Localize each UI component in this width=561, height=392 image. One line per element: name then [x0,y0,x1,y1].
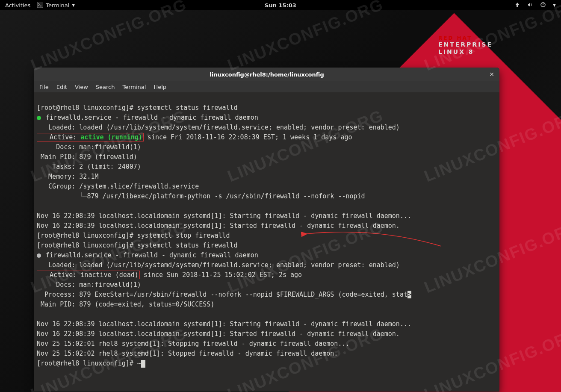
watermark: LINUXCONFIG.ORG [28,0,189,74]
cursor [141,360,145,368]
chevron-down-icon: ▼ [72,3,75,7]
log-line: Nov 16 22:08:39 localhost.localdomain sy… [37,330,400,338]
menubar: File Edit View Search Terminal Help [34,81,499,92]
close-icon[interactable]: ✕ [487,70,496,79]
menu-view[interactable]: View [75,84,88,90]
clock[interactable]: Sun 15:03 [265,2,296,9]
log-line: Nov 16 22:08:39 localhost.localdomain sy… [37,320,411,328]
cgroup-child: └─879 /usr/libexec/platform-python -s /u… [37,192,365,200]
watermark: LINUXCONFIG.ORG [225,0,386,74]
process-line: Process: 879 ExecStart=/usr/sbin/firewal… [37,291,407,298]
terminal-icon [37,2,43,9]
network-icon[interactable] [514,2,520,9]
svg-rect-0 [37,2,43,8]
status-dot-green [37,116,41,120]
truncate-indicator: > [407,291,411,298]
log-line: Nov 16 22:08:39 localhost.localdomain sy… [37,212,411,220]
menu-search[interactable]: Search [96,84,115,90]
activities-button[interactable]: Activities [5,2,30,9]
log-line: Nov 25 15:02:02 rhel8 systemd[1]: Stoppe… [37,350,338,357]
status-dot-dead [37,253,41,258]
menu-help[interactable]: Help [154,84,166,90]
terminal-body[interactable]: [root@rhel8 linuxconfig]# systemctl stat… [34,92,499,392]
prompt: [root@rhel8 linuxconfig]# [37,232,133,239]
menu-terminal[interactable]: Terminal [122,84,146,90]
service-line: firewalld.service - firewalld - dynamic … [46,251,258,259]
mainpid2-line: Main PID: 879 (code=exited, status=0/SUC… [37,301,214,308]
window-title: linuxconfig@rhel8:/home/linuxconfig [210,71,324,78]
volume-icon[interactable] [527,2,533,9]
command-1: systemctl status firewalld [137,104,238,112]
app-name: Terminal [46,2,69,9]
app-menu[interactable]: Terminal ▼ [37,2,75,9]
cgroup-line: CGroup: /system.slice/firewalld.service [37,183,199,190]
menu-file[interactable]: File [39,84,49,90]
log-line: Nov 25 15:02:01 rhel8 systemd[1]: Stoppi… [37,340,350,348]
log-line: Nov 16 22:08:39 localhost.localdomain sy… [37,222,400,230]
gnome-topbar: Activities Terminal ▼ Sun 15:03 ▼ [0,0,561,10]
terminal-window: linuxconfig@rhel8:/home/linuxconfig ✕ Fi… [34,68,499,392]
prompt: [root@rhel8 linuxconfig]# [37,104,133,112]
desktop-background: Activities Terminal ▼ Sun 15:03 ▼ RE [0,0,561,392]
menu-edit[interactable]: Edit [56,84,67,90]
